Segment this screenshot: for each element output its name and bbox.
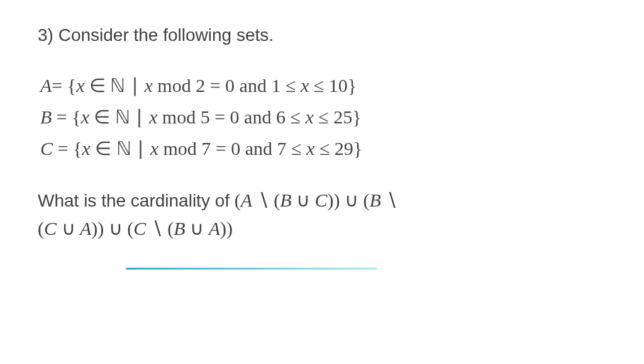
question-prefix: What is the cardinality of (38, 191, 235, 210)
problem-container: 3) Consider the following sets. A= {x ∈ … (38, 25, 606, 270)
divider-line (126, 268, 377, 270)
question-intro: Consider the following sets. (58, 25, 274, 45)
question-header: 3) Consider the following sets. (38, 25, 606, 45)
set-b-def: B = {x ∈ ℕ ∣ x mod 5 = 0 and 6 ≤ x ≤ 25} (40, 102, 606, 132)
question-number: 3) (38, 25, 53, 45)
set-definitions: A= {x ∈ ℕ ∣ x mod 2 = 0 and 1 ≤ x ≤ 10} … (38, 71, 606, 164)
set-a-def: A= {x ∈ ℕ ∣ x mod 2 = 0 and 1 ≤ x ≤ 10} (40, 71, 606, 101)
question-text: What is the cardinality of (A ∖ (B ∪ C))… (38, 186, 606, 242)
set-c-def: C = {x ∈ ℕ ∣ x mod 7 = 0 and 7 ≤ x ≤ 29} (40, 134, 606, 164)
